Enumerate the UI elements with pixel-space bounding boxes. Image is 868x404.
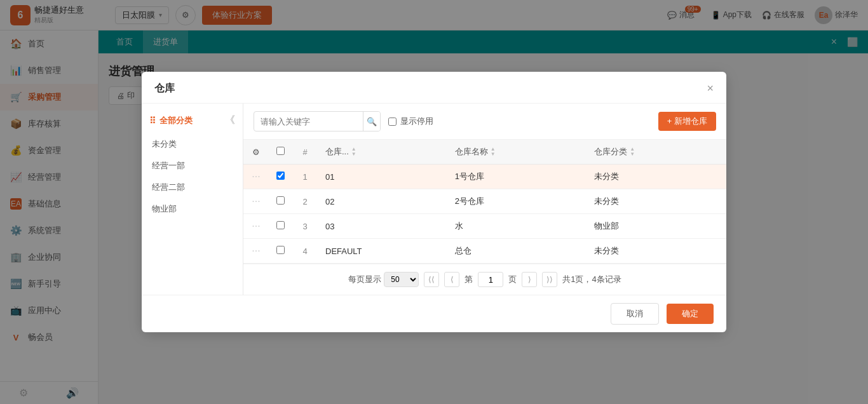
row-name: 水 [447,214,587,239]
col-gear-header: ⚙ [243,140,269,165]
row-num: 2 [292,189,318,214]
row-name: 1号仓库 [447,165,587,189]
confirm-button[interactable]: 确定 [667,304,714,324]
page-unit: 页 [508,274,517,285]
row-checkbox[interactable] [276,196,285,205]
row-more-icon[interactable]: ··· [252,171,260,182]
per-page-select: 每页显示 50 10 20 100 [348,272,419,287]
cancel-button[interactable]: 取消 [611,303,659,325]
add-warehouse-button[interactable]: + 新增仓库 [658,112,716,131]
row-checkbox-cell [269,214,292,239]
search-input[interactable] [254,114,363,130]
row-checkbox-cell [269,165,292,189]
cat-collapse-button[interactable]: 《 [225,114,235,127]
table-row[interactable]: ··· 2 02 2号仓库 未分类 [243,189,726,214]
dialog-close-button[interactable]: × [707,82,714,95]
select-all-checkbox[interactable] [276,147,285,155]
row-category: 物业部 [587,214,726,239]
dialog-overlay: 仓库 × ⠿ 全部分类 《 未分类 经营一部 经营二部 物业部 [0,0,868,404]
col-category-header: 仓库分类 ▲▼ [587,140,726,165]
dialog-title: 仓库 [154,82,175,95]
cat-item-ops1[interactable]: 经营一部 [142,155,243,177]
row-actions[interactable]: ··· [243,165,269,189]
page-first-button[interactable]: ⟨⟨ [424,272,439,287]
table-row[interactable]: ··· 1 01 1号仓库 未分类 [243,165,726,189]
row-actions[interactable]: ··· [243,214,269,239]
cat-item-unclassified[interactable]: 未分类 [142,133,243,155]
row-num: 4 [292,239,318,264]
pagination: 每页显示 50 10 20 100 ⟨⟨ ⟨ 第 页 ⟩ ⟩⟩ [243,264,726,295]
page-next-button[interactable]: ⟩ [522,272,537,287]
cat-header: ⠿ 全部分类 《 [142,110,243,131]
col-num-header: # [292,140,318,165]
row-code: 02 [318,189,447,214]
table-row[interactable]: ··· 3 03 水 物业部 [243,214,726,239]
warehouse-table: ⚙ # 仓库... ▲▼ [243,140,726,264]
name-sort-icon[interactable]: ▲▼ [491,147,496,157]
row-category: 未分类 [587,189,726,214]
col-code-header: 仓库... ▲▼ [318,140,447,165]
show-disabled-label: 显示停用 [400,116,433,127]
warehouse-table-wrap: ⚙ # 仓库... ▲▼ [243,140,726,264]
row-actions[interactable]: ··· [243,189,269,214]
dialog-footer: 取消 确定 [142,295,726,332]
total-info: 共1页，4条记录 [562,274,621,285]
row-more-icon[interactable]: ··· [252,220,260,231]
row-checkbox-cell [269,189,292,214]
page-label: 第 [465,274,473,285]
row-category: 未分类 [587,239,726,264]
col-check-header [269,140,292,165]
code-sort-icon[interactable]: ▲▼ [351,147,356,157]
row-code: 03 [318,214,447,239]
per-page-dropdown[interactable]: 50 10 20 100 [384,272,419,287]
row-more-icon[interactable]: ··· [252,245,260,256]
search-icon-button[interactable]: 🔍 [363,112,380,131]
row-num: 3 [292,214,318,239]
row-checkbox[interactable] [276,221,285,229]
row-more-icon[interactable]: ··· [252,196,260,206]
page-last-button[interactable]: ⟩⟩ [542,272,557,287]
row-checkbox[interactable] [276,172,285,180]
cat-dots-icon: ⠿ [149,116,156,126]
cat-item-ops2[interactable]: 经营二部 [142,177,243,198]
category-sort-icon[interactable]: ▲▼ [630,147,635,157]
row-category: 未分类 [587,165,726,189]
page-prev-button[interactable]: ⟨ [444,272,459,287]
search-input-wrap: 🔍 [254,111,381,131]
dialog-main: 🔍 显示停用 + 新增仓库 ⚙ [243,104,726,295]
category-sidebar: ⠿ 全部分类 《 未分类 经营一部 经营二部 物业部 [142,104,243,295]
cat-item-property[interactable]: 物业部 [142,198,243,220]
warehouse-table-body: ··· 1 01 1号仓库 未分类 ··· 2 02 2号仓库 未分类 ··· [243,165,726,264]
row-code: DEFAULT [318,239,447,264]
show-disabled-wrap: 显示停用 [388,116,433,127]
row-actions[interactable]: ··· [243,239,269,264]
row-code: 01 [318,165,447,189]
dialog-toolbar: 🔍 显示停用 + 新增仓库 [243,104,726,140]
row-checkbox[interactable] [276,246,285,254]
page-input[interactable] [478,272,503,287]
warehouse-dialog: 仓库 × ⠿ 全部分类 《 未分类 经营一部 经营二部 物业部 [142,72,726,332]
col-name-header: 仓库名称 ▲▼ [447,140,587,165]
row-name: 2号仓库 [447,189,587,214]
dialog-header: 仓库 × [142,72,726,104]
row-checkbox-cell [269,239,292,264]
per-page-label: 每页显示 [348,274,381,285]
dialog-body: ⠿ 全部分类 《 未分类 经营一部 经营二部 物业部 🔍 [142,104,726,295]
row-name: 总仓 [447,239,587,264]
table-header-row: ⚙ # 仓库... ▲▼ [243,140,726,165]
show-disabled-checkbox[interactable] [388,118,397,126]
table-row[interactable]: ··· 4 DEFAULT 总仓 未分类 [243,239,726,264]
cat-header-label: ⠿ 全部分类 [149,115,193,126]
row-num: 1 [292,165,318,189]
